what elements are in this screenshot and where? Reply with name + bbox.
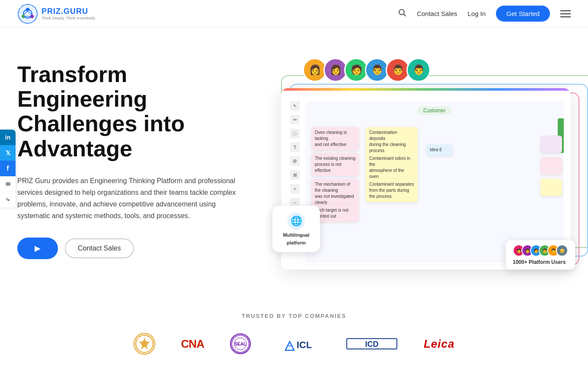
login-link[interactable]: Log In [468, 10, 486, 17]
logo-text: PRIZ.GURU [42, 7, 96, 16]
svg-text:ICD: ICD [365, 340, 378, 349]
cna-text: CNA [181, 337, 204, 351]
multilingual-badge: 🌐 Multilingual platform [272, 206, 320, 252]
nav-right: Contact Sales Log In Get Started [398, 6, 571, 22]
users-badge: 👩 👩 🧑 👨 👨 👴 1000+ Platform Users [506, 240, 575, 270]
tool-icon-grid[interactable]: ⊞ [290, 170, 300, 180]
svg-point-12 [35, 7, 37, 9]
svg-line-15 [404, 14, 406, 16]
multilingual-text-line2: platform [287, 240, 306, 245]
search-icon[interactable] [398, 8, 406, 19]
svg-text:ICL: ICL [297, 339, 312, 350]
sticky-note-1: Oven cleaning is lackingand not effectiv… [311, 127, 359, 150]
trusted-section: TRUSTED BY TOP COMPANIES CNA SEAL [0, 295, 588, 371]
sticky-note-3: The existing cleaningprocess is not effe… [311, 153, 359, 176]
watch-video-button[interactable]: ▶ [17, 238, 58, 259]
contact-sales-button[interactable]: Contact Sales [65, 238, 134, 258]
play-icon: ▶ [35, 244, 41, 253]
tool-icon-pen[interactable]: ✏ [290, 115, 300, 124]
svg-point-2 [26, 8, 29, 11]
tool-icon-settings[interactable]: ⚙ [290, 156, 300, 166]
company-logos: CNA SEAL ICL [17, 333, 571, 355]
mini-avatar-6: 👴 [556, 244, 568, 257]
hero-left: Transform Engineering Challenges into Ad… [17, 54, 259, 259]
company-logo-seal [134, 333, 155, 355]
sticky-note-4: Contaminant odors in theatmosphere of th… [366, 153, 418, 182]
tool-icon-text[interactable]: T [290, 143, 300, 152]
multilingual-text-line1: Multilingual [283, 232, 309, 238]
trusted-label: TRUSTED BY TOP COMPANIES [17, 313, 571, 319]
email-button[interactable]: ✉ [0, 176, 16, 192]
social-sidebar: in 𝕏 f ✉ ⤷ [0, 130, 16, 207]
globe-icon: 🌐 [288, 212, 305, 230]
tool-icon-shape[interactable]: □ [290, 129, 300, 138]
hamburger-menu-icon[interactable] [560, 10, 571, 17]
svg-text:SEAL: SEAL [235, 342, 246, 346]
svg-point-18 [141, 340, 148, 347]
canvas-area: Customer Oven cleaning is lackingand not… [305, 101, 564, 263]
logo[interactable]: PRIZ.GURU Think Deeply. Think Inventivel… [17, 3, 96, 24]
linkedin-button[interactable]: in [0, 130, 16, 145]
twitter-button[interactable]: 𝕏 [0, 145, 16, 161]
card-color-bar [281, 88, 571, 91]
seal-logo-icon [134, 333, 155, 355]
sticky-note-6: Contaminant separatesfrom the parts duri… [366, 179, 418, 202]
avatars-row: 👩 👩 🧑 👨 👨 👨 [303, 58, 431, 82]
company-logo-leica: Leica [424, 333, 455, 355]
company-logo-cna: CNA [181, 333, 204, 355]
sticky-note-5: The mechanism of the cleaningwas not inv… [311, 179, 359, 208]
icl-logo: ICL [277, 335, 320, 352]
hero-title: Transform Engineering Challenges into Ad… [17, 62, 259, 161]
svg-point-10 [24, 4, 26, 6]
company-logo-icl: ICL [277, 333, 320, 355]
facebook-button[interactable]: f [0, 161, 16, 176]
sticky-purple-1 [540, 136, 562, 153]
svg-point-13 [35, 16, 37, 17]
users-count-label: 1000+ Platform Users [513, 259, 568, 265]
avatar-6: 👨 [406, 58, 431, 82]
svg-point-8 [19, 11, 20, 13]
mini-avatars-row: 👩 👩 🧑 👨 👨 👴 [513, 244, 568, 257]
sticky-note-8: Idea 6 [426, 144, 452, 155]
sticky-purple-2 [540, 157, 562, 174]
hero-buttons: ▶ Contact Sales [17, 238, 259, 259]
sticky-note-2: Contamination depositsduring the cleanin… [366, 127, 418, 156]
contact-sales-link[interactable]: Contact Sales [417, 10, 457, 17]
circle-seal-icon: SEAL [230, 333, 251, 354]
company-logo-icd: ICD [346, 333, 398, 355]
hero-section: Transform Engineering Challenges into Ad… [0, 28, 588, 295]
svg-point-11 [29, 4, 31, 6]
customer-label: Customer [417, 106, 452, 115]
tool-icon-zoom-in[interactable]: + [290, 184, 300, 193]
sticky-yellow-side [540, 179, 562, 196]
hero-description: PRIZ Guru provides an Engineering Thinki… [17, 175, 242, 222]
logo-tagline: Think Deeply. Think Inventively. [42, 16, 96, 20]
share-button[interactable]: ⤷ [0, 192, 16, 207]
svg-point-9 [20, 7, 22, 9]
tool-icon-cursor[interactable]: ↖ [290, 101, 300, 111]
platform-illustration: 👩 👩 🧑 👨 👨 👨 ↖ ✏ □ T ⚙ ⊞ + [277, 54, 571, 278]
get-started-button[interactable]: Get Started [496, 6, 550, 22]
leica-text: Leica [424, 337, 455, 351]
navbar: PRIZ.GURU Think Deeply. Think Inventivel… [0, 0, 588, 28]
hero-right: 👩 👩 🧑 👨 👨 👨 ↖ ✏ □ T ⚙ ⊞ + [277, 54, 571, 278]
company-logo-circle-seal: SEAL [230, 333, 251, 355]
